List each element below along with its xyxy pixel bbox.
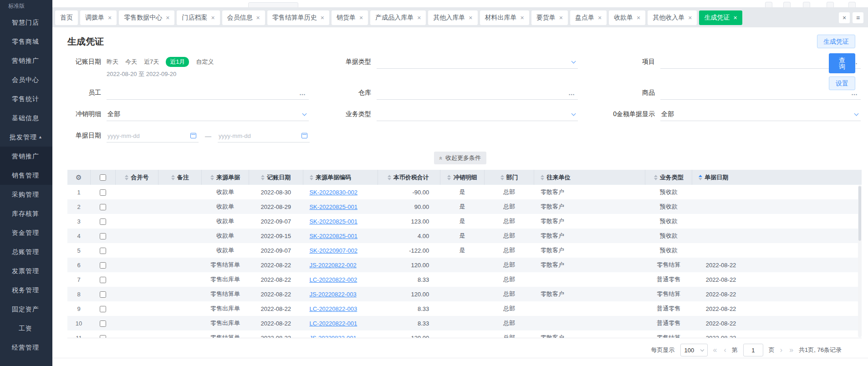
sidebar-item[interactable]: 基础信息 <box>0 108 52 127</box>
ellipsis-icon[interactable]: … <box>851 89 858 97</box>
sidebar-item[interactable]: 税务管理 <box>0 280 52 300</box>
date-quick-option[interactable]: 近1月 <box>166 57 189 67</box>
warehouse-picker[interactable]: … <box>377 86 578 100</box>
doc-date-start-field[interactable] <box>107 129 199 142</box>
column-header[interactable]: 冲销明细 <box>440 170 484 185</box>
date-quick-option[interactable]: 自定义 <box>196 58 214 66</box>
column-header[interactable]: 本币价税合计 <box>378 170 440 185</box>
tab[interactable]: 生成凭证× <box>699 10 742 25</box>
sidebar-item[interactable]: 营销推广 <box>0 147 52 166</box>
tab-menu-icon[interactable]: ≡ <box>853 12 863 23</box>
table-row[interactable]: 6 零售结算单 2022-08-22 JS-20220822-002 120.0… <box>67 258 862 272</box>
prev-page-icon[interactable]: ‹ <box>724 346 726 354</box>
sidebar-item[interactable]: 库存核算 <box>0 204 52 223</box>
column-header[interactable]: 部门 <box>485 170 534 185</box>
sidebar-item[interactable]: 智慧门店 <box>0 13 52 32</box>
row-checkbox[interactable] <box>100 262 106 269</box>
date-quick-option[interactable]: 昨天 <box>107 58 118 66</box>
per-page-select[interactable]: 100 <box>680 344 708 356</box>
sidebar-item[interactable]: 总账管理 <box>0 242 52 261</box>
doc-date-end-input[interactable] <box>219 132 287 139</box>
tab[interactable]: 会员信息× <box>222 10 265 25</box>
tab[interactable]: 收款单× <box>609 10 645 25</box>
sidebar-item[interactable]: 经营管理 <box>0 338 52 357</box>
doc-date-start-input[interactable] <box>107 132 176 139</box>
column-header[interactable]: 来源单据 <box>202 170 249 185</box>
close-tab-icon[interactable]: × <box>166 15 169 21</box>
table-scrollbar[interactable] <box>858 185 862 337</box>
column-header[interactable]: 业务类型 <box>645 170 692 185</box>
row-checkbox[interactable] <box>100 277 106 283</box>
tab[interactable]: 其他收入单× <box>648 10 697 25</box>
table-row[interactable]: 5 收款单 2022-09-07 SK-20220907-002 -122.00… <box>67 243 862 258</box>
sidebar-item[interactable]: 会员中心 <box>0 70 52 89</box>
select-all-checkbox[interactable] <box>100 174 106 181</box>
tab[interactable]: 零售结算单历史× <box>267 10 329 25</box>
column-header[interactable]: 往来单位 <box>534 170 645 185</box>
sidebar-item[interactable]: 零售商城 <box>0 32 52 51</box>
close-tab-icon[interactable]: × <box>598 15 602 21</box>
query-button[interactable]: 查询 <box>829 53 855 73</box>
source-doc-code-link[interactable]: SK-20220830-002 <box>309 189 357 196</box>
doc-date-end-field[interactable] <box>218 129 310 142</box>
row-checkbox[interactable] <box>100 320 106 327</box>
row-checkbox[interactable] <box>100 189 106 196</box>
close-tab-icon[interactable]: × <box>733 15 737 21</box>
date-quick-option[interactable]: 今天 <box>125 58 137 66</box>
close-tab-icon[interactable]: × <box>521 15 524 21</box>
table-row[interactable]: 2 收款单 2022-08-29 SK-20220825-001 90.00 是… <box>67 199 862 214</box>
table-row[interactable]: 3 收款单 2022-09-07 SK-20220825-001 123.00 … <box>67 214 862 229</box>
ellipsis-icon[interactable]: … <box>568 89 575 97</box>
sidebar-item[interactable]: 资金管理 <box>0 223 52 242</box>
source-doc-code-link[interactable]: SK-20220825-001 <box>309 218 357 225</box>
close-tab-icon[interactable]: × <box>256 15 260 21</box>
row-checkbox[interactable] <box>100 248 106 254</box>
column-header[interactable]: 记账日期 <box>249 170 303 185</box>
source-doc-code-link[interactable]: JS-20220822-003 <box>309 291 356 298</box>
last-page-icon[interactable]: » <box>789 346 793 354</box>
date-quick-option[interactable]: 近7天 <box>144 58 159 66</box>
source-doc-code-link[interactable]: LC-20220822-003 <box>309 305 357 312</box>
zero-amount-select[interactable]: 全部 <box>660 108 861 121</box>
row-checkbox[interactable] <box>100 233 106 239</box>
table-row[interactable]: 1 收款单 2022-08-30 SK-20220830-002 -90.00 … <box>67 185 862 199</box>
close-tab-icon[interactable]: × <box>469 15 472 21</box>
doc-type-select[interactable] <box>377 56 578 69</box>
sidebar-item[interactable]: 零售统计 <box>0 89 52 108</box>
close-tab-icon[interactable]: × <box>359 15 363 21</box>
close-tab-icon[interactable]: × <box>417 15 421 21</box>
source-doc-code-link[interactable]: SK-20220907-002 <box>309 247 357 254</box>
close-tab-icon[interactable]: × <box>108 15 112 21</box>
gear-icon[interactable]: ⚙ <box>76 173 82 181</box>
row-checkbox[interactable] <box>100 291 106 298</box>
table-row[interactable]: 11 零售结算单 2022-08-22 JS-20220822-001 120.… <box>67 330 862 338</box>
table-row[interactable]: 8 零售结算单 2022-08-22 JS-20220822-003 120.0… <box>67 287 862 301</box>
tab[interactable]: 产成品入库单× <box>370 10 426 25</box>
tab[interactable]: 首页× <box>55 10 78 25</box>
source-doc-code-link[interactable]: JS-20220822-002 <box>309 262 356 269</box>
close-tab-icon[interactable]: × <box>321 15 324 21</box>
tab[interactable]: 零售数据中心× <box>119 10 174 25</box>
source-doc-code-link[interactable]: LC-20220822-002 <box>309 276 357 283</box>
employee-picker[interactable]: … <box>107 86 309 100</box>
source-doc-code-link[interactable]: JS-20220822-001 <box>309 335 356 339</box>
tab[interactable]: 材料出库单× <box>480 10 529 25</box>
sidebar-item[interactable]: 发票管理 <box>0 261 52 280</box>
row-checkbox[interactable] <box>100 219 106 225</box>
scrollbar-thumb[interactable] <box>858 186 861 241</box>
close-tab-icon[interactable]: × <box>559 15 563 21</box>
source-doc-code-link[interactable]: SK-20220825-001 <box>309 203 357 210</box>
column-header[interactable]: 单据日期 <box>692 170 862 185</box>
sidebar-item[interactable]: 采购管理 <box>0 185 52 204</box>
sidebar-item[interactable]: 固定资产 <box>0 300 52 319</box>
row-checkbox[interactable] <box>100 204 106 210</box>
sidebar-item[interactable]: 营销推广 <box>0 51 52 70</box>
table-row[interactable]: 9 零售出库单 2022-08-22 LC-20220822-003 8.33 … <box>67 301 862 316</box>
source-doc-code-link[interactable]: LC-20220822-001 <box>309 320 357 327</box>
biz-type-select[interactable] <box>377 108 578 121</box>
settings-button[interactable]: 设置 <box>829 76 855 90</box>
table-row[interactable]: 10 零售出库单 2022-08-22 LC-20220822-001 8.33… <box>67 316 862 330</box>
close-tab-icon[interactable]: × <box>688 15 692 21</box>
close-tab-icon[interactable]: × <box>211 15 214 21</box>
source-doc-code-link[interactable]: SK-20220825-001 <box>309 233 357 239</box>
